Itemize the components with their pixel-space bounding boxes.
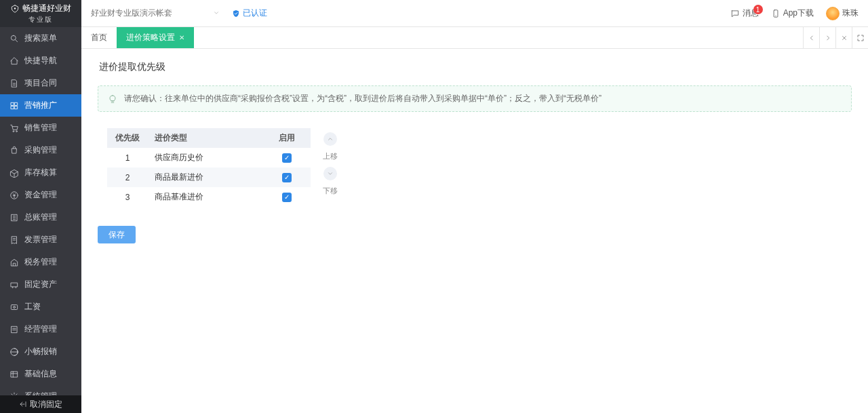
svg-rect-9 [11,283,17,287]
svg-rect-3 [11,106,14,109]
cell-priority: 1 [107,148,148,168]
move-up-button[interactable] [323,132,337,146]
phone-icon [771,9,781,18]
table-row[interactable]: 1供应商历史价✓ [107,148,311,168]
verified-label: 已认证 [243,7,267,19]
sidebar-item-general-ledger[interactable]: 总账管理 [0,206,81,229]
verified-badge: 已认证 [232,7,267,19]
marketing-icon [9,101,19,111]
svg-point-0 [14,7,16,9]
quick-nav-icon [9,56,19,66]
chevron-down-icon [213,9,220,18]
reorder-controls: 上移 下移 [323,132,338,196]
fullscreen-button[interactable] [852,27,868,49]
tab-close-icon[interactable]: ✕ [179,34,184,41]
enable-checkbox[interactable]: ✓ [282,193,292,202]
sidebar-item-purchase[interactable]: 采购管理 [0,139,81,161]
unpin-label: 取消固定 [30,399,62,410]
tabs-controls [803,27,868,48]
shield-icon [232,9,240,18]
svg-point-11 [14,306,16,308]
enable-checkbox[interactable]: ✓ [282,173,292,182]
sidebar-item-funds[interactable]: 资金管理 [0,184,81,206]
invoice-icon [9,235,19,245]
cell-type: 商品最新进价 [148,168,263,187]
sidebar-item-quick-nav[interactable]: 快捷导航 [0,50,81,72]
sidebar-item-marketing[interactable]: 营销推广 [0,94,81,117]
close-icon [841,35,848,41]
save-button[interactable]: 保存 [98,226,136,243]
tab-home-label: 首页 [91,32,107,43]
sidebar-item-label: 总账管理 [24,212,57,223]
sidebar-item-label: 资金管理 [24,189,57,201]
account-selector[interactable]: 好业财专业版演示帐套 [91,7,220,19]
sidebar-menu: 搜索菜单快捷导航项目合同营销推广销售管理采购管理库存核算资金管理总账管理发票管理… [0,27,81,408]
sidebar-item-fixed-assets[interactable]: 固定资产 [0,273,81,296]
cell-type: 商品基准进价 [148,187,263,207]
avatar-icon [826,7,840,20]
chevron-left-icon [808,35,815,41]
page-title: 进价提取优先级 [98,61,852,73]
alert-text: 请您确认：往来单位中的供应商“采购报价含税”设置，为“含税”，取到进价后将自动带… [124,93,601,104]
message-icon [730,9,740,18]
table-row[interactable]: 2商品最新进价✓ [107,168,311,187]
cell-enable: ✓ [263,148,311,168]
col-type: 进价类型 [148,128,263,148]
sidebar-item-label: 搜索菜单 [24,33,57,44]
tab-price-strategy[interactable]: 进价策略设置 ✕ [117,27,194,48]
user-name: 珠珠 [842,7,859,19]
messages-button[interactable]: 消息 1 [730,7,759,19]
sidebar-item-label: 销售管理 [24,122,57,134]
enable-checkbox[interactable]: ✓ [282,153,292,163]
tabs-prev-button[interactable] [803,27,819,49]
fullscreen-icon [856,34,865,42]
funds-icon [9,191,19,200]
bulb-icon [108,94,117,104]
sales-icon [9,123,19,133]
general-ledger-icon [9,213,19,222]
table-row[interactable]: 3商品基准进价✓ [107,187,311,207]
app-download-label: App下载 [783,7,814,19]
sidebar-item-search-menu[interactable]: 搜索菜单 [0,27,81,50]
project-contract-icon [9,79,19,88]
xiaochang-expense-icon [9,347,19,357]
search-menu-icon [9,34,19,43]
svg-point-6 [16,130,18,132]
sidebar-item-label: 经营管理 [24,323,57,335]
tab-home[interactable]: 首页 [81,27,117,48]
brand: 畅捷通好业财 专业版 [0,0,81,27]
sidebar-item-invoice[interactable]: 发票管理 [0,229,81,251]
app-download-button[interactable]: App下载 [771,7,814,19]
inventory-icon [9,168,19,178]
sidebar-item-inventory[interactable]: 库存核算 [0,161,81,184]
cell-enable: ✓ [263,168,311,187]
topbar: 好业财专业版演示帐套 已认证 消息 1 App下载 珠珠 [81,0,868,27]
sidebar-item-operation[interactable]: 经营管理 [0,318,81,340]
sidebar-item-tax[interactable]: 税务管理 [0,251,81,273]
tabs-close-all-button[interactable] [835,27,852,49]
svg-rect-1 [11,102,14,105]
priority-table: 优先级 进价类型 启用 1供应商历史价✓2商品最新进价✓3商品基准进价✓ [107,128,311,207]
chevron-down-icon [327,170,334,177]
operation-icon [9,325,19,334]
sidebar-item-sales[interactable]: 销售管理 [0,117,81,139]
sidebar-item-label: 基础信息 [24,368,57,380]
user-menu[interactable]: 珠珠 [826,7,859,20]
payroll-icon [9,302,19,312]
purchase-icon [9,146,19,155]
svg-rect-14 [11,371,17,376]
sidebar-item-project-contract[interactable]: 项目合同 [0,72,81,94]
base-info-icon [9,370,19,379]
sidebar-item-payroll[interactable]: 工资 [0,296,81,318]
sidebar-item-xiaochang-expense[interactable]: 小畅报销 [0,340,81,363]
svg-point-17 [775,15,776,16]
svg-rect-2 [15,102,18,105]
tabs-next-button[interactable] [819,27,835,49]
cell-priority: 2 [107,168,148,187]
sidebar-item-base-info[interactable]: 基础信息 [0,363,81,385]
unpin-button[interactable]: 取消固定 [0,395,81,413]
sidebar-item-label: 工资 [24,301,41,313]
move-down-button[interactable] [323,167,337,180]
chevron-right-icon [825,35,831,41]
sidebar-item-label: 固定资产 [24,279,57,290]
